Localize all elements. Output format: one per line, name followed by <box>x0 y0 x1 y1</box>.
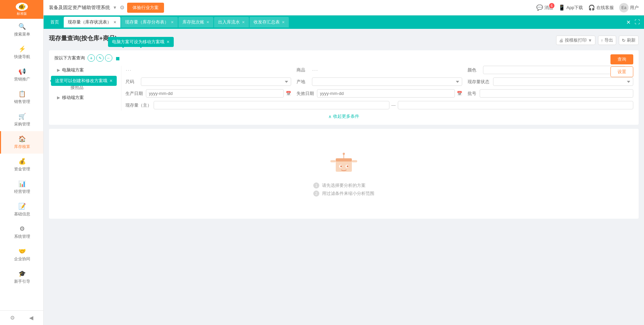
empty-state: 1 请先选择要分析的方案 2 用过滤条件来缩小分析范围 <box>49 129 639 219</box>
exp-date-cal-icon[interactable]: 📅 <box>457 91 462 96</box>
sidebar-item-system-label: 系统管理 <box>14 234 30 239</box>
sidebar-item-enterprise[interactable]: 🤝 企业协同 <box>0 243 43 266</box>
batch-input[interactable] <box>480 89 633 98</box>
tab-stock-dist[interactable]: 现存量（库存分布表） ✕ <box>121 17 178 28</box>
tab-fullscreen-btn[interactable]: ⛶ <box>633 18 641 27</box>
filter-stock-qty: 现存量（主） — <box>125 101 633 109</box>
search-btn[interactable]: 查询 <box>610 54 633 64</box>
color-select[interactable] <box>483 66 625 74</box>
tab-stock-batch[interactable]: 库存批次账 ✕ <box>178 17 213 28</box>
export-label: 导出 <box>604 37 613 43</box>
desktop-scheme-item[interactable]: ▶ 电脑端方案 <box>57 66 117 74</box>
mobile-arrow-icon: ▶ <box>57 95 60 100</box>
sidebar-item-basic[interactable]: 📝 基础信息 <box>0 199 43 221</box>
template-print-btn[interactable]: 🖨 按模板打印 ▼ <box>556 36 595 45</box>
tab-stock-collect[interactable]: 收发存汇总表 ✕ <box>250 17 289 28</box>
sidebar-item-operation[interactable]: 📊 经营管理 <box>0 176 43 199</box>
finance-icon: 💰 <box>18 158 26 165</box>
color-label: 颜色 <box>468 67 481 73</box>
tab-home[interactable]: 首页 <box>46 17 63 28</box>
tab-stock-flow-label: 出入库流水 <box>218 19 240 25</box>
sidebar-item-marketing[interactable]: 📢 营销推广 <box>0 64 43 86</box>
empty-tip-2: 2 用过滤条件来缩小分析范围 <box>313 191 374 197</box>
mobile-scheme-item[interactable]: ▶ 移动端方案 <box>57 93 117 102</box>
sidebar-item-search[interactable]: 🔍 搜索菜单 <box>0 19 43 41</box>
sidebar-item-nav[interactable]: ⚡ 快捷导航 <box>0 41 43 64</box>
filter-product: 商品 ⋯ <box>297 66 462 74</box>
sidebar-item-stock[interactable]: 🏠 库存核算 <box>0 131 43 154</box>
product-dots: ⋯ <box>312 66 318 74</box>
origin-select[interactable] <box>312 77 462 86</box>
filter-back-btn[interactable]: ← <box>105 54 112 62</box>
sidebar-item-guide[interactable]: 🎓 新手引导 <box>0 266 43 288</box>
refresh-label: 刷新 <box>627 37 636 43</box>
tab-close-all-btn[interactable]: ✕ <box>625 18 632 27</box>
tooltip2-text: 这里可以创建和修改方案哦 <box>55 78 107 84</box>
stock-qty-input-end[interactable] <box>398 101 634 109</box>
scheme-area: 这里可以创建和修改方案哦 ✕ ▶ 电脑端方案 按照品 接照品 <box>54 66 121 111</box>
sidebar-item-finance[interactable]: 💰 资金管理 <box>0 154 43 176</box>
sidebar-item-purchase[interactable]: 🛒 采购管理 <box>0 109 43 131</box>
filter-edit-btn[interactable]: ✎ <box>96 54 104 62</box>
empty-tips: 1 请先选择要分析的方案 2 用过滤条件来缩小分析范围 <box>313 182 374 199</box>
user-action[interactable]: Ea 用户 <box>619 3 639 12</box>
prod-date-label: 生产日期 <box>125 91 144 97</box>
tooltip1-close[interactable]: ✕ <box>166 40 170 44</box>
product-label: 商品 <box>297 67 310 73</box>
sidebar-item-purchase-label: 采购管理 <box>14 121 30 127</box>
export-btn[interactable]: ↑ 导出 <box>598 36 616 45</box>
tab-stock-batch-close[interactable]: ✕ <box>206 20 209 24</box>
system-name: 装备及固定资产辅助管理系统 <box>49 5 110 11</box>
tab-stock-status[interactable]: 现存量（库存状况表） ✕ <box>64 17 120 28</box>
message-action[interactable]: 💬 6 消息 <box>536 4 553 11</box>
filter-add-btn[interactable]: + <box>88 54 95 62</box>
size-label: 尺码 <box>125 79 139 85</box>
prod-date-start[interactable] <box>146 89 284 98</box>
tooltip2-close[interactable]: ✕ <box>109 78 113 83</box>
trial-btn[interactable]: 体验行业方案 <box>127 3 164 13</box>
sidebar-item-stock-label: 库存核算 <box>14 144 30 150</box>
sidebar-settings-btn[interactable]: ⚙ <box>10 315 15 321</box>
tab-stock-flow[interactable]: 出入库流水 ✕ <box>214 17 249 28</box>
exp-date-start[interactable] <box>317 89 455 98</box>
purchase-icon: 🛒 <box>18 113 26 120</box>
tip2-num: 2 <box>313 191 319 197</box>
filter-header-actions: + ✎ ← <box>88 54 112 62</box>
refresh-btn[interactable]: ↻ 刷新 <box>619 36 639 45</box>
filter-origin: 产地 <box>297 77 462 86</box>
tab-stock-status-close[interactable]: ✕ <box>113 20 116 24</box>
message-icon: 💬 <box>536 4 543 11</box>
sidebar-bottom: ⚙ ◀ <box>0 310 43 325</box>
sidebar-item-search-label: 搜索菜单 <box>14 32 30 37</box>
tip1-num: 1 <box>313 182 319 188</box>
tab-stock-collect-close[interactable]: ✕ <box>282 20 285 24</box>
app-download-action[interactable]: 📱 App下载 <box>558 4 583 11</box>
stock-status-select[interactable] <box>493 77 633 86</box>
sidebar-item-system[interactable]: ⚙ 系统管理 <box>0 221 43 243</box>
user-avatar: Ea <box>619 3 629 12</box>
collapse-icon: ∧ <box>328 114 332 119</box>
sidebar-collapse-btn[interactable]: ◀ <box>29 315 33 321</box>
origin-label: 产地 <box>297 79 310 85</box>
service-action[interactable]: 🎧 在线客服 <box>588 4 614 11</box>
system-dropdown-icon[interactable]: ▼ <box>113 5 117 10</box>
svg-point-4 <box>340 166 342 167</box>
template-print-label: 按模板打印 <box>565 37 587 43</box>
sidebar-item-nav-label: 快捷导航 <box>14 54 30 60</box>
tab-stock-batch-label: 库存批次账 <box>182 19 204 25</box>
collapse-btn[interactable]: ∧ 收起更多条件 <box>328 113 359 119</box>
reset-btn[interactable]: 设置 <box>610 66 633 77</box>
size-select[interactable] <box>141 77 291 86</box>
collapse-label: 收起更多条件 <box>333 113 359 119</box>
prod-date-cal-icon[interactable]: 📅 <box>286 91 291 96</box>
sidebar-item-sales[interactable]: 📋 销售管理 <box>0 86 43 109</box>
tab-stock-flow-close[interactable]: ✕ <box>242 20 245 24</box>
search-nav-icon: 🔍 <box>18 23 26 30</box>
print-dropdown-icon: ▼ <box>588 38 592 43</box>
stock-qty-input[interactable] <box>154 101 389 109</box>
sidebar-item-guide-label: 新手引导 <box>14 279 30 284</box>
header-settings-icon[interactable]: ⚙ <box>120 4 124 11</box>
tab-stock-dist-label: 现存量（库存分布表） <box>125 19 169 25</box>
sales-icon: 📋 <box>18 90 26 98</box>
tab-stock-dist-close[interactable]: ✕ <box>171 20 174 24</box>
